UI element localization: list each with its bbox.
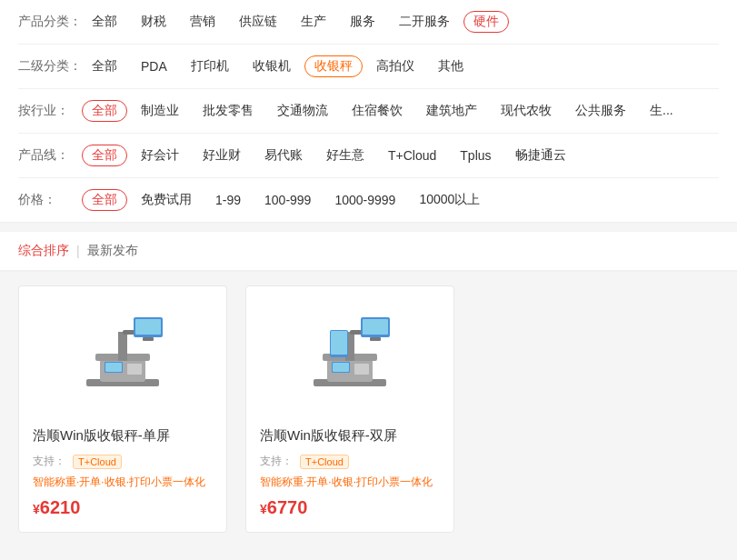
- category-item-devops[interactable]: 二开服务: [389, 11, 460, 33]
- industry-item-public[interactable]: 公共服务: [565, 100, 636, 122]
- svg-rect-10: [127, 364, 142, 375]
- product-name-2: 浩顺Win版收银秤-双屏: [260, 427, 440, 445]
- svg-rect-7: [143, 337, 154, 341]
- product-desc-2: 智能称重·开单·收银·打印小票一体化: [260, 475, 440, 490]
- support-label-1: 支持：: [33, 454, 65, 469]
- sort-latest[interactable]: 最新发布: [87, 241, 138, 261]
- svg-rect-3: [118, 332, 127, 361]
- sort-divider: |: [76, 244, 80, 258]
- industry-item-all[interactable]: 全部: [82, 100, 127, 122]
- productline-item-yidaizhang[interactable]: 易代账: [254, 145, 313, 166]
- svg-rect-22: [333, 363, 349, 372]
- svg-rect-23: [354, 364, 369, 375]
- industry-item-agri[interactable]: 现代农牧: [491, 100, 562, 122]
- category-item-service[interactable]: 服务: [340, 11, 385, 33]
- svg-rect-17: [363, 319, 388, 335]
- price-label: 价格：: [18, 192, 82, 208]
- subcategory-item-printer[interactable]: 打印机: [181, 55, 239, 77]
- productline-items: 全部 好会计 好业财 易代账 好生意 T+Cloud Tplus 畅捷通云: [82, 145, 576, 166]
- svg-rect-6: [135, 319, 161, 335]
- support-label-2: 支持：: [260, 454, 293, 469]
- category-item-finance[interactable]: 财税: [131, 11, 176, 33]
- price-symbol-2: ¥: [260, 502, 267, 516]
- product-price-2: ¥6770: [260, 497, 440, 518]
- price-item-1000-9999[interactable]: 1000-9999: [324, 190, 405, 210]
- price-item-10000plus[interactable]: 10000以上: [409, 189, 490, 211]
- price-items: 全部 免费试用 1-99 100-999 1000-9999 10000以上: [82, 189, 490, 211]
- subcategory-item-other[interactable]: 其他: [428, 55, 473, 77]
- subcategory-item-all[interactable]: 全部: [82, 55, 127, 77]
- productline-item-tplus[interactable]: Tplus: [450, 145, 501, 165]
- subcategory-filter-row: 二级分类： 全部 PDA 打印机 收银机 收银秤 高拍仪 其他: [18, 45, 719, 89]
- productline-label: 产品线：: [18, 147, 82, 164]
- subcategory-item-pda[interactable]: PDA: [131, 56, 177, 76]
- price-symbol-1: ¥: [33, 502, 40, 516]
- category-item-marketing[interactable]: 营销: [180, 11, 225, 33]
- price-value-1: 6210: [40, 497, 81, 517]
- product-icon-1: [68, 314, 177, 405]
- category-filter-row: 产品分类： 全部 财税 营销 供应链 生产 服务 二开服务 硬件: [18, 0, 719, 45]
- industry-label: 按行业：: [18, 103, 82, 119]
- product-image-1: [33, 305, 213, 414]
- industry-item-wholesale[interactable]: 批发零售: [193, 100, 264, 122]
- productline-item-changjie[interactable]: 畅捷通云: [505, 145, 576, 166]
- category-label: 产品分类：: [18, 14, 82, 30]
- category-items: 全部 财税 营销 供应链 生产 服务 二开服务 硬件: [82, 11, 509, 33]
- industry-item-manufacturing[interactable]: 制造业: [131, 100, 189, 122]
- support-badge-1: T+Cloud: [73, 455, 122, 469]
- category-item-production[interactable]: 生产: [291, 11, 336, 33]
- product-icon-2: [295, 314, 404, 405]
- product-image-2: [260, 305, 440, 414]
- industry-item-logistics[interactable]: 交通物流: [267, 100, 338, 122]
- productline-item-all[interactable]: 全部: [82, 145, 127, 166]
- price-item-all[interactable]: 全部: [82, 189, 127, 211]
- price-item-100-999[interactable]: 100-999: [254, 190, 321, 210]
- category-item-all[interactable]: 全部: [82, 11, 127, 33]
- sort-composite[interactable]: 综合排序: [18, 241, 69, 261]
- product-support-2: 支持： T+Cloud: [260, 454, 440, 469]
- product-card-2[interactable]: 浩顺Win版收银秤-双屏 支持： T+Cloud 智能称重·开单·收银·打印小票…: [245, 285, 454, 533]
- productline-item-tcloud[interactable]: T+Cloud: [378, 145, 446, 165]
- price-item-free[interactable]: 免费试用: [131, 189, 202, 211]
- svg-rect-9: [105, 363, 122, 372]
- price-value-2: 6770: [267, 497, 308, 517]
- product-card-1[interactable]: 浩顺Win版收银秤-单屏 支持： T+Cloud 智能称重·开单·收银·打印小票…: [18, 285, 227, 533]
- industry-filter-row: 按行业： 全部 制造业 批发零售 交通物流 住宿餐饮 建筑地产 现代农牧 公共服…: [18, 89, 719, 134]
- support-badge-2: T+Cloud: [300, 455, 349, 469]
- product-price-1: ¥6210: [33, 497, 213, 518]
- product-desc-1: 智能称重·开单·收银·打印小票一体化: [33, 475, 213, 490]
- productline-filter-row: 产品线： 全部 好会计 好业财 易代账 好生意 T+Cloud Tplus 畅捷…: [18, 134, 719, 178]
- productline-item-hycai[interactable]: 好业财: [193, 145, 251, 166]
- svg-rect-18: [370, 337, 381, 341]
- industry-items: 全部 制造业 批发零售 交通物流 住宿餐饮 建筑地产 现代农牧 公共服务 生..…: [82, 100, 683, 122]
- filter-panel: 产品分类： 全部 财税 营销 供应链 生产 服务 二开服务 硬件 二级分类： 全…: [0, 0, 737, 223]
- svg-rect-20: [331, 331, 347, 355]
- category-item-hardware[interactable]: 硬件: [463, 11, 509, 33]
- products-grid: 浩顺Win版收银秤-单屏 支持： T+Cloud 智能称重·开单·收银·打印小票…: [0, 272, 737, 546]
- price-filter-row: 价格： 全部 免费试用 1-99 100-999 1000-9999 10000…: [18, 178, 719, 222]
- product-support-1: 支持： T+Cloud: [33, 454, 213, 469]
- subcategory-items: 全部 PDA 打印机 收银机 收银秤 高拍仪 其他: [82, 55, 473, 77]
- price-item-1-99[interactable]: 1-99: [205, 190, 251, 210]
- productline-item-haoshengyi[interactable]: 好生意: [316, 145, 374, 166]
- sort-bar: 综合排序 | 最新发布: [0, 232, 737, 272]
- subcategory-label: 二级分类：: [18, 58, 82, 75]
- subcategory-item-cashscale[interactable]: 收银秤: [304, 55, 363, 77]
- subcategory-item-cashregister[interactable]: 收银机: [243, 55, 301, 77]
- subcategory-item-highcam[interactable]: 高拍仪: [366, 55, 424, 77]
- category-item-supply[interactable]: 供应链: [229, 11, 287, 33]
- product-name-1: 浩顺Win版收银秤-单屏: [33, 427, 213, 445]
- industry-item-more[interactable]: 生...: [640, 100, 683, 122]
- industry-item-realestate[interactable]: 建筑地产: [416, 100, 487, 122]
- industry-item-hospitality[interactable]: 住宿餐饮: [342, 100, 413, 122]
- productline-item-hkuai[interactable]: 好会计: [131, 145, 189, 166]
